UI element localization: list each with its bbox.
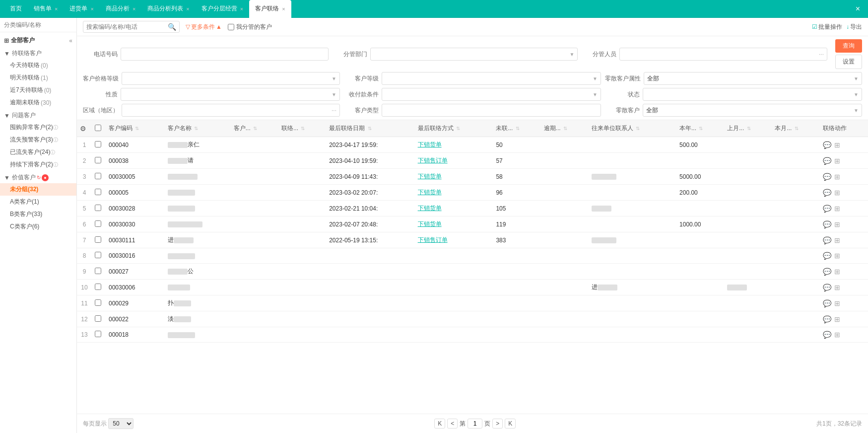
- status-select[interactable]: ▼: [643, 88, 862, 101]
- dept-select[interactable]: ▼: [370, 48, 578, 61]
- nature-select[interactable]: ▼: [121, 88, 340, 101]
- grid-action-icon[interactable]: ⊞: [834, 141, 840, 149]
- grid-action-icon[interactable]: ⊞: [834, 284, 840, 291]
- person-input[interactable]: ···: [619, 48, 827, 61]
- problem-group-title[interactable]: ▼ 问题客户: [0, 109, 76, 121]
- sidebar-item-7day-pending[interactable]: 近7天待联络 (0): [0, 84, 76, 96]
- grid-action-icon[interactable]: ⊞: [834, 268, 840, 276]
- grid-action-icon[interactable]: ⊞: [834, 331, 840, 339]
- sort-icon[interactable]: ⇅: [194, 126, 198, 131]
- sidebar-search-input[interactable]: [4, 21, 77, 28]
- sidebar-item-churned[interactable]: 已流失客户(24) ⓘ: [0, 146, 76, 158]
- grid-action-icon[interactable]: ⊞: [834, 173, 840, 181]
- tab-customer-layer[interactable]: 客户分层经营 ×: [196, 0, 249, 18]
- window-close-button[interactable]: ×: [852, 4, 864, 13]
- tab-goods-list[interactable]: 商品分析列表 ×: [141, 0, 195, 18]
- grid-action-icon[interactable]: ⊞: [834, 299, 840, 307]
- row-select-checkbox[interactable]: [95, 157, 101, 163]
- grid-action-icon[interactable]: ⊞: [834, 315, 840, 323]
- message-icon[interactable]: 💬: [823, 331, 831, 339]
- sidebar-item-ungroup[interactable]: 未分组(32): [0, 183, 76, 196]
- grid-action-icon[interactable]: ⊞: [834, 157, 840, 165]
- last-way-link[interactable]: 下销货单: [418, 220, 442, 227]
- retail-customer-select[interactable]: 全部 ▼: [643, 104, 862, 117]
- payment-select[interactable]: ▼: [382, 88, 601, 101]
- sort-icon[interactable]: ⇅: [516, 126, 520, 131]
- customer-level-select[interactable]: ▼: [382, 72, 601, 85]
- all-customers-header[interactable]: ⊞ 全部客户 «: [0, 32, 76, 47]
- retail-attr-select[interactable]: 全部 ▼: [644, 72, 862, 85]
- export-button[interactable]: 导出: [846, 23, 862, 31]
- row-select-checkbox[interactable]: [95, 141, 101, 147]
- sidebar-item-abnormal[interactable]: 囤购异常客户(2) ⓘ: [0, 121, 76, 134]
- sort-icon[interactable]: ⇅: [699, 126, 703, 131]
- message-icon[interactable]: 💬: [823, 205, 831, 213]
- sort-icon[interactable]: ⇅: [456, 126, 460, 131]
- grid-action-icon[interactable]: ⊞: [834, 205, 840, 213]
- phone-input[interactable]: [121, 48, 329, 61]
- row-select-checkbox[interactable]: [95, 173, 101, 179]
- row-select-checkbox[interactable]: [95, 205, 101, 211]
- tab-goods-analysis[interactable]: 商品分析 ×: [100, 0, 141, 18]
- last-way-link[interactable]: 下销货单: [418, 173, 442, 180]
- grid-action-icon[interactable]: ⊞: [834, 220, 840, 228]
- gear-icon[interactable]: ⚙: [80, 125, 86, 133]
- more-filters-button[interactable]: ▽ 更多条件 ▲: [186, 23, 222, 31]
- close-icon[interactable]: ×: [55, 6, 58, 12]
- row-select-checkbox[interactable]: [95, 268, 101, 274]
- my-customers-checkbox[interactable]: [228, 24, 234, 30]
- page-next-button[interactable]: >: [492, 419, 503, 429]
- sort-icon[interactable]: ⇅: [368, 126, 372, 131]
- close-icon[interactable]: ×: [133, 6, 135, 12]
- tab-purchase[interactable]: 进货单 ×: [64, 0, 99, 18]
- sort-icon[interactable]: ⇅: [301, 126, 305, 131]
- sidebar-item-declining[interactable]: 持续下滑客户(2) ⓘ: [0, 158, 76, 171]
- customer-type-input[interactable]: [382, 104, 601, 117]
- last-way-link[interactable]: 下销售订单: [418, 236, 448, 243]
- page-size-select[interactable]: 20 50 100: [108, 418, 134, 429]
- sidebar-item-class-a[interactable]: A类客户(1): [0, 196, 76, 208]
- message-icon[interactable]: 💬: [823, 220, 831, 228]
- row-select-checkbox[interactable]: [95, 315, 101, 322]
- message-icon[interactable]: 💬: [823, 268, 831, 276]
- sort-icon[interactable]: ⇅: [253, 126, 257, 131]
- message-icon[interactable]: 💬: [823, 189, 831, 197]
- page-first-button[interactable]: K: [434, 419, 445, 429]
- search-icon[interactable]: 🔍: [168, 23, 176, 31]
- message-icon[interactable]: 💬: [823, 157, 831, 165]
- reset-button[interactable]: 设置: [835, 55, 862, 69]
- pending-group-title[interactable]: ▼ 待联络客户: [0, 47, 76, 59]
- last-way-link[interactable]: 下销货单: [418, 189, 442, 196]
- sort-icon[interactable]: ⇅: [747, 126, 751, 131]
- row-select-checkbox[interactable]: [95, 331, 101, 337]
- tab-customer-contact[interactable]: 客户联络 ×: [249, 0, 291, 18]
- message-icon[interactable]: 💬: [823, 284, 831, 291]
- row-select-checkbox[interactable]: [95, 299, 101, 306]
- sidebar-item-churn-warning[interactable]: 流失预警客户(3) ⓘ: [0, 134, 76, 146]
- close-icon[interactable]: ×: [186, 6, 189, 12]
- last-way-link[interactable]: 下销货单: [418, 141, 442, 148]
- message-icon[interactable]: 💬: [823, 299, 831, 307]
- sidebar-item-tomorrow-pending[interactable]: 明天待联络 (1): [0, 72, 76, 84]
- grid-action-icon[interactable]: ⊞: [834, 236, 840, 244]
- collapse-icon[interactable]: «: [69, 37, 72, 44]
- grid-action-icon[interactable]: ⊞: [834, 189, 840, 197]
- sidebar-item-class-b[interactable]: B类客户(33): [0, 208, 76, 220]
- sidebar-item-overdue-pending[interactable]: 逾期未联络 (30): [0, 96, 76, 109]
- page-prev-button[interactable]: <: [447, 419, 458, 429]
- page-input[interactable]: [467, 419, 482, 429]
- close-icon[interactable]: ×: [282, 6, 285, 12]
- message-icon[interactable]: 💬: [823, 315, 831, 323]
- sort-icon[interactable]: ⇅: [636, 126, 640, 131]
- row-select-checkbox[interactable]: [95, 220, 101, 227]
- message-icon[interactable]: 💬: [823, 173, 831, 181]
- sort-icon[interactable]: ⇅: [135, 126, 139, 131]
- row-select-checkbox[interactable]: [95, 236, 101, 243]
- tab-sales[interactable]: 销售单 ×: [28, 0, 64, 18]
- sort-icon[interactable]: ⇅: [795, 126, 799, 131]
- price-level-select[interactable]: ▼: [122, 72, 340, 85]
- message-icon[interactable]: 💬: [823, 252, 831, 260]
- message-icon[interactable]: 💬: [823, 141, 831, 149]
- query-button[interactable]: 查询: [835, 39, 862, 53]
- batch-op-button[interactable]: 批量操作: [812, 23, 842, 31]
